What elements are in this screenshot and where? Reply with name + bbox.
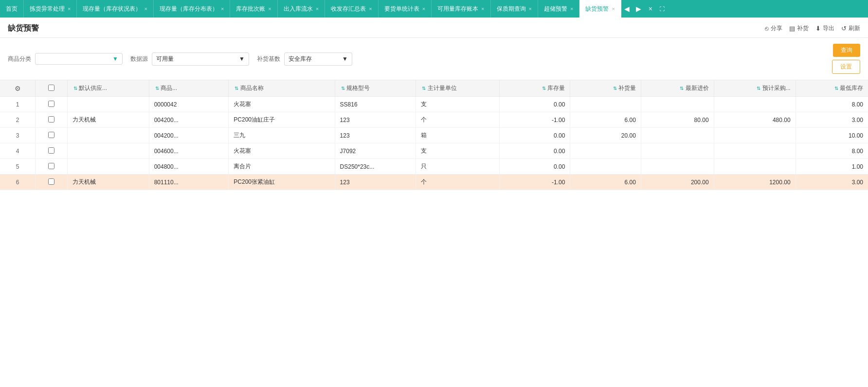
row-checkbox-1[interactable] [48, 101, 54, 107]
row-check-1[interactable] [36, 97, 67, 112]
row-supplier-2: 力天机械 [67, 112, 149, 128]
tab-batch-account-close[interactable]: × [268, 6, 271, 12]
table-body: 1 0000042 火花塞 SS816 支 0.00 8.00 2 力天机械 0… [0, 97, 868, 190]
row-code-6: 801110... [149, 175, 229, 190]
row-checkbox-3[interactable] [48, 132, 54, 138]
tab-exception[interactable]: 拣货异常处理 × [24, 0, 77, 18]
row-check-4[interactable] [36, 143, 67, 159]
tab-expiry-query-close[interactable]: × [529, 6, 532, 12]
table-row[interactable]: 5 004800... 离合片 DS250*23c... 只 0.00 1.00 [0, 159, 868, 175]
row-unit-3: 箱 [416, 128, 500, 143]
row-check-5[interactable] [36, 159, 67, 175]
row-checkbox-6[interactable] [48, 178, 54, 185]
table-row[interactable]: 1 0000042 火花塞 SS816 支 0.00 8.00 [0, 97, 868, 112]
col-unit-header: ⇅ 主计量单位 [416, 80, 500, 97]
refresh-button[interactable]: ↺ 刷新 [841, 24, 860, 33]
tab-order-stats-close[interactable]: × [422, 6, 425, 12]
row-check-3[interactable] [36, 128, 67, 143]
tab-nav-prev[interactable]: ◀ [621, 0, 633, 18]
col-plan-sort-icon[interactable]: ⇅ [757, 86, 760, 91]
table-row[interactable]: 6 力天机械 801110... PC200张紧油缸 123 个 -1.00 6… [0, 175, 868, 190]
tab-receive-summary[interactable]: 收发存汇总表 × [325, 0, 378, 18]
tab-bar: 首页 拣货异常处理 × 现存量（库存状况表） × 现存量（库存分布表） × 库存… [0, 0, 868, 18]
row-check-6[interactable] [36, 175, 67, 190]
export-icon: ⬇ [815, 25, 821, 32]
row-stock-5: 0.00 [499, 159, 570, 175]
row-code-2: 004200... [149, 112, 229, 128]
tab-exception-close[interactable]: × [68, 6, 71, 12]
row-minstock-3: 10.00 [796, 128, 868, 143]
table-header-row: ⚙ ⇅ 默认供应... ⇅ 商品... ⇅ 商品名称 [0, 80, 868, 97]
row-price-4 [641, 143, 714, 159]
row-checkbox-2[interactable] [48, 116, 54, 123]
tab-order-stats[interactable]: 要货单统计表 × [379, 0, 432, 18]
replenish-base-select[interactable]: 安全库存 ▼ [284, 53, 352, 66]
col-supplier-sort-icon[interactable]: ⇅ [73, 86, 77, 91]
col-name-sort-icon[interactable]: ⇅ [235, 86, 238, 91]
col-replenish-header: ⇅ 补货量 [570, 80, 641, 97]
row-checkbox-5[interactable] [48, 163, 54, 169]
col-minstock-sort-icon[interactable]: ⇅ [834, 86, 838, 91]
datasource-select[interactable]: 可用量 ▼ [152, 53, 249, 66]
row-code-1: 0000042 [149, 97, 229, 112]
col-unit-sort-icon[interactable]: ⇅ [422, 86, 426, 91]
query-button[interactable]: 查询 [833, 44, 860, 57]
row-minstock-4: 8.00 [796, 143, 868, 159]
row-spec-4: J7092 [335, 143, 416, 159]
header-actions: ⎋ 分享 ▤ 补货 ⬇ 导出 ↺ 刷新 [765, 24, 860, 33]
col-plan-header: ⇅ 预计采购... [714, 80, 796, 97]
tab-expiry-query[interactable]: 保质期查询 × [491, 0, 538, 18]
row-spec-3: 123 [335, 128, 416, 143]
col-code-header: ⇅ 商品... [149, 80, 229, 97]
tab-available-ledger[interactable]: 可用量库存账本 × [432, 0, 490, 18]
col-supplier-header: ⇅ 默认供应... [67, 80, 149, 97]
row-check-2[interactable] [36, 112, 67, 128]
tab-overstock[interactable]: 超储预警 × [538, 0, 579, 18]
category-select[interactable]: ▼ [35, 53, 123, 65]
col-code-sort-icon[interactable]: ⇅ [155, 86, 159, 91]
tab-inventory-dist[interactable]: 现存量（库存分布表） × [154, 0, 230, 18]
tab-home[interactable]: 首页 [0, 0, 24, 18]
tab-inventory-dist-close[interactable]: × [221, 6, 224, 12]
tab-batch-account[interactable]: 库存批次账 × [230, 0, 277, 18]
share-icon: ⎋ [765, 25, 769, 32]
table-row[interactable]: 4 004600... 火花塞 J7092 支 0.00 8.00 [0, 143, 868, 159]
row-num-2: 2 [0, 112, 36, 128]
tab-overstock-close[interactable]: × [570, 6, 573, 12]
tab-inventory-status-close[interactable]: × [144, 6, 147, 12]
tab-nav-next[interactable]: ▶ [633, 0, 645, 18]
setting-button[interactable]: 设置 [832, 60, 860, 74]
row-unit-6: 个 [416, 175, 500, 190]
col-spec-sort-icon[interactable]: ⇅ [341, 86, 345, 91]
export-button[interactable]: ⬇ 导出 [815, 24, 834, 33]
row-spec-6: 123 [335, 175, 416, 190]
row-replenish-5 [570, 159, 641, 175]
tab-shortage[interactable]: 缺货预警 × [579, 0, 621, 18]
tab-available-ledger-close[interactable]: × [481, 6, 484, 12]
tab-window-close[interactable]: × [645, 0, 656, 18]
row-spec-1: SS816 [335, 97, 416, 112]
col-price-header: ⇅ 最新进价 [641, 80, 714, 97]
col-stock-sort-icon[interactable]: ⇅ [542, 86, 546, 91]
row-stock-2: -1.00 [499, 112, 570, 128]
tab-shortage-close[interactable]: × [612, 6, 615, 12]
tab-fullscreen[interactable]: ⛶ [656, 0, 668, 18]
settings-gear-icon[interactable]: ⚙ [15, 85, 21, 92]
tab-inout-flow[interactable]: 出入库流水 × [278, 0, 325, 18]
tab-inout-flow-close[interactable]: × [316, 6, 319, 12]
col-replenish-sort-icon[interactable]: ⇅ [613, 86, 617, 91]
table-row[interactable]: 2 力天机械 004200... PC200油缸庄子 123 个 -1.00 6… [0, 112, 868, 128]
col-price-sort-icon[interactable]: ⇅ [680, 86, 684, 91]
tab-receive-summary-close[interactable]: × [369, 6, 372, 12]
tab-inventory-status[interactable]: 现存量（库存状况表） × [77, 0, 153, 18]
row-supplier-1 [67, 97, 149, 112]
select-all-checkbox[interactable] [48, 85, 54, 91]
row-name-3: 三九 [229, 128, 335, 143]
table-row[interactable]: 3 004200... 三九 123 箱 0.00 20.00 10.00 [0, 128, 868, 143]
row-num-5: 5 [0, 159, 36, 175]
share-button[interactable]: ⎋ 分享 [765, 24, 782, 33]
replenish-button[interactable]: ▤ 补货 [789, 24, 809, 33]
datasource-chevron-icon: ▼ [239, 55, 245, 62]
row-num-4: 4 [0, 143, 36, 159]
row-checkbox-4[interactable] [48, 147, 54, 154]
